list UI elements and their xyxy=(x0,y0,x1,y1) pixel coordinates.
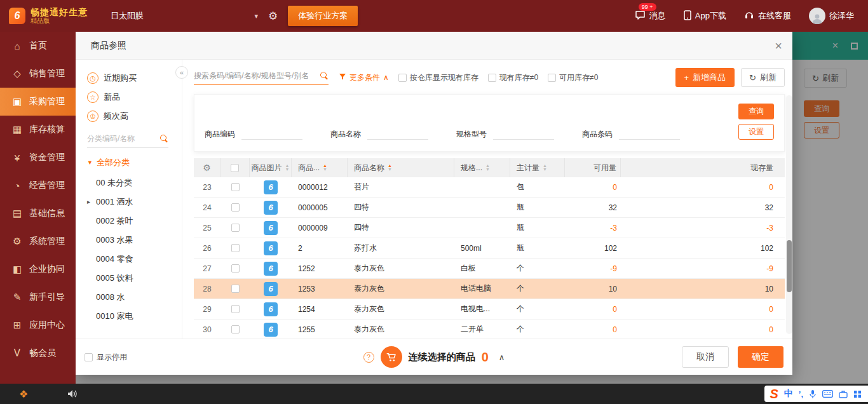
more-conditions-toggle[interactable]: 更多条件 ∧ xyxy=(339,72,389,83)
sort-icon[interactable]: ▲▼ xyxy=(543,164,547,172)
sort-icon[interactable]: ▲▼ xyxy=(485,164,490,172)
row-checkbox[interactable] xyxy=(231,325,240,333)
row-checkbox[interactable] xyxy=(231,224,240,232)
category-item[interactable]: 0004 零食 xyxy=(87,250,182,269)
microphone-icon[interactable] xyxy=(809,389,817,399)
row-checkbox[interactable] xyxy=(231,244,240,252)
confirm-button[interactable]: 确定 xyxy=(738,346,783,368)
sidebar-item-inventory[interactable]: ▦库存核算 xyxy=(0,116,76,144)
show-disabled-checkbox[interactable]: 显示停用 xyxy=(85,352,275,363)
filter-field-input[interactable] xyxy=(241,128,302,140)
sidebar-item-base-info[interactable]: ▤基础信息 xyxy=(0,199,76,227)
cart-icon[interactable] xyxy=(381,346,402,368)
checkbox-box[interactable] xyxy=(488,74,496,82)
sidebar-item-collab[interactable]: ◧企业协同 xyxy=(0,255,76,283)
row-checkbox[interactable] xyxy=(231,285,240,293)
sidebar-item-funds[interactable]: ¥资金管理 xyxy=(0,144,76,172)
taskbar-app-icon[interactable]: ❖ xyxy=(19,388,28,400)
company-selector[interactable]: 日太阳膜 ▾ xyxy=(111,10,258,22)
quick-filter-high-frequency[interactable]: ♔频次高 xyxy=(87,107,182,126)
add-product-button[interactable]: + 新增商品 xyxy=(675,68,735,87)
messages-button[interactable]: 99 + 消息 xyxy=(635,10,666,22)
sidebar-item-app-center[interactable]: ⊞应用中心 xyxy=(0,311,76,339)
online-support-button[interactable]: 在线客服 xyxy=(744,10,791,22)
quick-filter-new-product[interactable]: ☆新品 xyxy=(87,88,182,107)
sogou-logo[interactable]: S xyxy=(770,387,778,400)
checkbox-box[interactable] xyxy=(85,353,93,361)
column-settings-gear-icon[interactable]: ⚙ xyxy=(194,158,220,177)
query-button[interactable]: 查询 xyxy=(738,104,774,119)
refresh-button[interactable]: ↻ 刷新 xyxy=(741,68,785,87)
keyboard-icon[interactable] xyxy=(822,390,833,398)
column-header[interactable]: 商品图片▲▼ xyxy=(250,158,292,177)
gear-icon[interactable]: ⚙ xyxy=(268,10,278,23)
table-row[interactable]: 2662苏打水500ml瓶102102 xyxy=(194,238,785,259)
column-header[interactable]: 可用量 xyxy=(565,158,621,177)
column-header[interactable]: 规格...▲▼ xyxy=(454,158,510,177)
search-icon[interactable] xyxy=(320,72,329,80)
sidebar-item-operation[interactable]: ◔经营管理 xyxy=(0,172,76,199)
speaker-icon[interactable] xyxy=(67,389,78,398)
category-item[interactable]: 00 未分类 xyxy=(87,173,182,192)
collapse-pane-button[interactable]: « xyxy=(175,66,188,79)
filter-field-input[interactable] xyxy=(367,128,428,140)
table-row[interactable]: 2761252泰力灰色白板个-9-9 xyxy=(194,259,785,279)
stock-filter-checkbox[interactable]: 按仓库显示现有库存 xyxy=(398,72,478,83)
scrollbar-thumb[interactable] xyxy=(787,240,792,292)
column-header[interactable]: 商品名称▲▼ xyxy=(348,158,454,177)
category-item[interactable]: 0001 酒水 xyxy=(87,192,182,212)
search-icon[interactable] xyxy=(160,135,168,143)
sidebar-item-home[interactable]: ⌂首页 xyxy=(0,32,76,60)
filter-field-input[interactable] xyxy=(619,128,680,140)
sidebar-item-system[interactable]: ⚙系统管理 xyxy=(0,227,76,255)
category-item[interactable]: 0003 水果 xyxy=(87,231,182,250)
sort-icon[interactable]: ▲▼ xyxy=(285,164,290,172)
sidebar-item-sales[interactable]: ◇销售管理 xyxy=(0,60,76,88)
sidebar-item-purchase[interactable]: ▣采购管理 xyxy=(0,88,76,116)
app-download-button[interactable]: App下载 xyxy=(684,10,726,22)
checkbox-box[interactable] xyxy=(548,74,556,82)
vertical-scrollbar[interactable] xyxy=(786,95,792,334)
stock-filter-checkbox[interactable]: 现有库存≠0 xyxy=(488,72,538,83)
select-all-checkbox[interactable] xyxy=(231,164,239,172)
sidebar-item-member[interactable]: Ⅴ畅会员 xyxy=(0,339,76,367)
help-icon[interactable]: ? xyxy=(363,352,374,363)
category-item[interactable]: 0008 水 xyxy=(87,288,182,307)
stock-filter-checkbox[interactable]: 可用库存≠0 xyxy=(548,72,598,83)
table-row[interactable]: 3061255泰力灰色二开单个00 xyxy=(194,320,785,339)
product-search-input[interactable]: 搜索条码/编码/名称/规格型号/别名 xyxy=(194,71,329,85)
close-icon[interactable]: × xyxy=(775,39,782,52)
category-item[interactable]: 0005 饮料 xyxy=(87,269,182,288)
user-menu[interactable]: 徐泽华 xyxy=(809,8,854,24)
ime-language-toggle[interactable]: 中 xyxy=(784,388,793,400)
checkbox-box[interactable] xyxy=(398,74,407,82)
filter-settings-button[interactable]: 设置 xyxy=(738,124,774,140)
sidebar-item-guide[interactable]: ✎新手引导 xyxy=(0,283,76,311)
category-search-input[interactable]: 分类编码/名称 xyxy=(87,133,168,148)
column-header[interactable]: 商品...▲▼ xyxy=(292,158,348,177)
grid-icon[interactable] xyxy=(853,390,862,398)
column-header[interactable]: 主计量▲▼ xyxy=(510,158,565,177)
trial-solution-button[interactable]: 体验行业方案 xyxy=(288,6,358,26)
sort-icon[interactable]: ▲▼ xyxy=(323,164,327,172)
filter-field-input[interactable] xyxy=(493,128,554,140)
cancel-button[interactable]: 取消 xyxy=(682,346,729,368)
table-row[interactable]: 2861253泰力灰色电话电脑个1010 xyxy=(194,279,785,299)
all-categories-toggle[interactable]: ▼ 全部分类 xyxy=(87,157,182,168)
chevron-up-icon[interactable]: ∧ xyxy=(499,353,505,362)
table-row[interactable]: 2360000012苕片包00 xyxy=(194,177,785,198)
table-row[interactable]: 2560000009四特瓶-3-3 xyxy=(194,218,785,238)
category-item[interactable]: 0002 茶叶 xyxy=(87,212,182,231)
quick-filter-recent-purchase[interactable]: ◷近期购买 xyxy=(87,69,182,88)
category-item[interactable]: 0010 家电 xyxy=(87,307,182,326)
row-checkbox[interactable] xyxy=(231,203,240,212)
row-checkbox[interactable] xyxy=(231,264,240,273)
toolbox-icon[interactable] xyxy=(839,390,848,398)
column-header[interactable]: 现存量 xyxy=(621,158,785,177)
row-checkbox[interactable] xyxy=(231,183,240,191)
table-row[interactable]: 2460000005四特瓶3232 xyxy=(194,198,785,218)
sort-icon[interactable]: ▲▼ xyxy=(388,164,392,172)
table-row[interactable]: 2961254泰力灰色电视电...个00 xyxy=(194,299,785,320)
ime-punctuation-toggle[interactable]: ’, xyxy=(799,389,803,399)
row-checkbox[interactable] xyxy=(231,305,240,313)
